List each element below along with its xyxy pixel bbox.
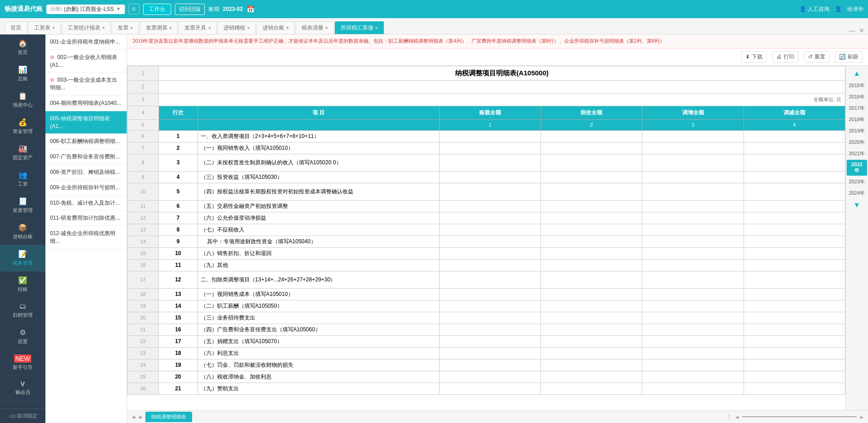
year-nav: ▲ 2015年 2016年 2017年 2018年	[845, 66, 868, 410]
left-nav-item-011[interactable]: 011-研发费用加计扣除优惠...	[45, 211, 127, 226]
report-icon: 📋	[18, 92, 27, 100]
scrollbar-track[interactable]: ━━━━━━━━━━━━━━━━━━━━━━━━━━━━━━━━━━━━	[742, 414, 857, 420]
year-2023[interactable]: 2023年	[848, 177, 866, 187]
sidebar-item-payroll[interactable]: 👥 工资	[0, 166, 45, 192]
left-nav-item-012[interactable]: 012-减免企业所得税优惠明细...	[45, 226, 127, 249]
left-nav-item-007[interactable]: 007-广告费和业务宣传费附...	[45, 149, 127, 165]
download-button[interactable]: ⬇ 下载	[741, 51, 767, 63]
sidebar-item-report[interactable]: 📋 报表中心	[0, 87, 45, 113]
tab-payroll[interactable]: 工资表 ×	[28, 21, 61, 34]
left-nav-item-006[interactable]: 006-职工薪酬纳税调整明细...	[45, 134, 127, 149]
scrollbar-hint: ◄	[734, 414, 739, 420]
tab-payroll-close[interactable]: ×	[52, 25, 55, 30]
left-nav-item-009[interactable]: 009-企业所得税弥补亏损明...	[45, 180, 127, 196]
tab-invoice-calc[interactable]: 发票测算 ×	[140, 21, 178, 34]
sidebar-item-fund[interactable]: 💰 资金管理	[0, 113, 45, 140]
table-row: 19 14 （二）职工薪酬（填写A105050）	[128, 300, 845, 312]
next-sheet-btn[interactable]: ►	[138, 414, 144, 420]
unpin-button[interactable]: ◁◁ 取消固定	[0, 408, 45, 423]
year-nav-down[interactable]: ▼	[852, 199, 863, 211]
table-row: 15 10 （八）销售折扣、折让和退回	[128, 247, 845, 259]
sidebar-item-member[interactable]: V 畅会员	[0, 376, 45, 401]
reset-icon: ↺	[808, 54, 813, 60]
reset-button[interactable]: ↺ 重置	[804, 51, 829, 63]
copy-icon[interactable]: ⎘	[129, 4, 139, 15]
company-selector[interactable]: (勿删) (勿删) 江西股金-LSS ▼	[46, 5, 125, 14]
refresh-button[interactable]: 🔄 刷新	[835, 51, 863, 63]
left-nav-item-002[interactable]: ⊗ 002-一般企业收入明细表(A1...	[45, 50, 127, 73]
table-row: 23 18 （六）利息支出	[128, 347, 845, 359]
tab-minimize-icon[interactable]: —	[849, 27, 855, 34]
sidebar-item-settlement[interactable]: ✅ 结账	[0, 271, 45, 298]
year-2017[interactable]: 2017年	[848, 103, 866, 113]
left-nav-item-005[interactable]: 005-纳税调整项目明细表(A1...	[45, 111, 127, 134]
table-row: 12 7 （六）公允价值变动净损益	[128, 212, 845, 224]
sidebar-item-guide[interactable]: NEW 新手引导	[0, 350, 45, 376]
sidebar-item-invoice[interactable]: 🧾 发票管理	[0, 192, 45, 219]
tab-purchase-ledger-close[interactable]: ×	[286, 25, 289, 30]
prev-sheet-btn[interactable]: ◄	[131, 414, 136, 420]
tab-purchase-ledger[interactable]: 进销台账 ×	[257, 21, 295, 34]
left-nav-item-008[interactable]: 008-资产折旧、摊销及纳税...	[45, 165, 127, 180]
table-row: 24 19 （七）罚金、罚款和被没收财物的损失	[128, 359, 845, 371]
table-row: 6 1 一、收入类调整项目（2+3+4+5+6+7+8+10+11）	[128, 130, 845, 142]
consult-button[interactable]: 👤 人工咨询	[799, 5, 829, 13]
year-nav-up[interactable]: ▲	[852, 68, 863, 79]
tab-invoice-issue-close[interactable]: ×	[208, 25, 211, 30]
tab-close-all-icon[interactable]: ✕	[859, 27, 864, 34]
tab-payroll-report-close[interactable]: ×	[102, 25, 105, 30]
sidebar-item-purchase-sales[interactable]: 📦 进销台账	[0, 219, 45, 245]
toolbar: ⬇ 下载 🖨 打印 ↺ 重置 🔄 刷新	[127, 49, 868, 66]
tab-tax-clear-close[interactable]: ×	[325, 25, 328, 30]
scrollbar-right[interactable]: ►	[859, 414, 864, 420]
year-2016[interactable]: 2016年	[848, 92, 866, 102]
sidebar-item-home[interactable]: 🏠 首页	[0, 34, 45, 61]
year-2015[interactable]: 2015年	[846, 80, 868, 91]
spreadsheet: 1 纳税调整项目明细表(A105000) 2 3	[127, 66, 845, 395]
left-nav-item-001[interactable]: 001-企业所得税年度纳税申...	[45, 34, 127, 50]
switch-button[interactable]: 切到旧版	[175, 4, 205, 15]
tab-payroll-report[interactable]: 工资统计报表 ×	[62, 21, 111, 34]
print-icon: 🖨	[776, 54, 782, 60]
left-nav-item-003[interactable]: ⊗ 003-一般企业业成本支出明细...	[45, 73, 127, 96]
tab-income-tax[interactable]: 所得税汇算缴 ×	[335, 21, 384, 34]
tab-income-tax-close[interactable]: ×	[375, 25, 378, 30]
pin-icon: ◁◁	[9, 413, 16, 419]
nav-collapse-btn[interactable]: ◁	[127, 220, 127, 238]
sidebar-item-tax[interactable]: 📝 税务管理	[0, 245, 45, 271]
table-row: 26 21 （九）赞助支出	[128, 383, 845, 394]
table-row: 16 11 （九）其他	[128, 259, 845, 271]
tab-purchase-audit[interactable]: 进销稽核 ×	[218, 21, 256, 34]
year-2019[interactable]: 2019年	[848, 126, 866, 136]
year-2021[interactable]: 2021年	[848, 148, 866, 159]
factory-icon: 🏭	[18, 144, 27, 153]
warning-bar: 2019年度涉及取以前年度继续数据的申报表单元格需要手工维护正确，才能保证本年及…	[127, 34, 868, 49]
sidebar-item-general-ledger[interactable]: 📊 总账	[0, 61, 45, 87]
year-2018[interactable]: 2018年	[848, 114, 866, 125]
error-icon-002: ⊗	[50, 54, 55, 60]
sidebar-item-archive[interactable]: 🗂 归档管理	[0, 298, 45, 324]
table-row: 21 16 （四）广告费和业务宣传费支出（填写A105060）	[128, 324, 845, 335]
year-2020[interactable]: 2020年	[848, 137, 866, 148]
table-row: 2	[128, 80, 845, 93]
sidebar-item-settings[interactable]: ⚙ 设置	[0, 324, 45, 350]
calendar-icon[interactable]: 📅	[247, 5, 254, 13]
scroll-left-icon[interactable]: ⋮	[726, 414, 732, 420]
tab-invoice-issue[interactable]: 发票开具 ×	[179, 21, 217, 34]
left-nav: 001-企业所得税年度纳税申... ⊗ 002-一般企业收入明细表(A1... …	[45, 34, 127, 423]
tab-invoice[interactable]: 发票 ×	[112, 21, 139, 34]
tab-purchase-audit-close[interactable]: ×	[247, 25, 250, 30]
workbench-button[interactable]: 工作台	[143, 4, 171, 15]
tab-tax-clear[interactable]: 税表清册 ×	[296, 21, 334, 34]
tab-invoice-calc-close[interactable]: ×	[169, 25, 172, 30]
left-nav-item-004[interactable]: 004-期间费用明细表(A1040...	[45, 96, 127, 111]
tab-home[interactable]: 首页	[5, 21, 27, 34]
tab-invoice-close[interactable]: ×	[130, 25, 133, 30]
left-nav-item-010[interactable]: 010-免税、减计收入及加计...	[45, 196, 127, 211]
year-2022[interactable]: 2022年	[847, 160, 867, 176]
print-button[interactable]: 🖨 打印	[772, 51, 799, 63]
year-2024[interactable]: 2024年	[848, 188, 866, 198]
sidebar-item-fixed-assets[interactable]: 🏭 固定资产	[0, 140, 45, 166]
bottom-tab-tax[interactable]: 纳税调整明细表	[145, 412, 192, 422]
table-row: 14 9 其中：专项用途财政性资金（填写A105040）	[128, 236, 845, 247]
